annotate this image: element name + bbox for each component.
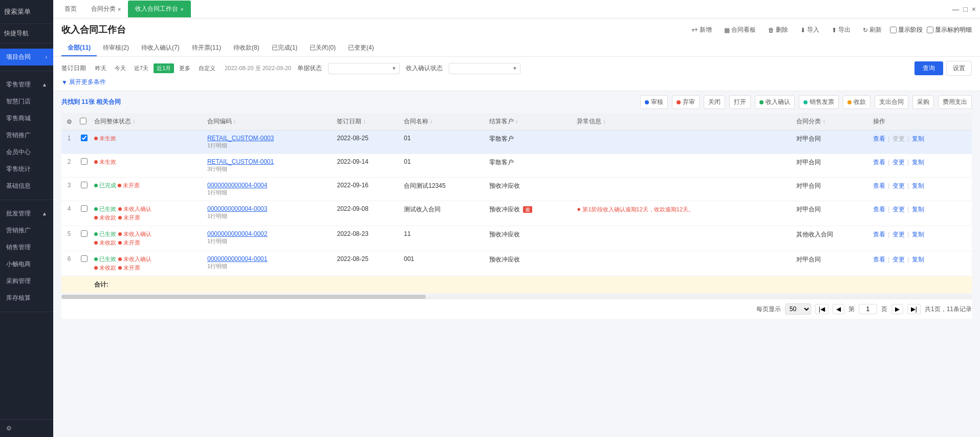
contract-code-link[interactable]: 0000000000004-0004: [207, 182, 267, 189]
sidebar-item-project[interactable]: 项目合同 ›: [0, 49, 53, 65]
view-link[interactable]: 查看: [873, 206, 885, 213]
row-check-cell[interactable]: [77, 251, 91, 276]
import-button[interactable]: ⬇ 导入: [796, 24, 823, 36]
col-check-all[interactable]: [77, 113, 91, 130]
copy-link[interactable]: 复制: [912, 206, 924, 213]
export-button[interactable]: ⬆ 导出: [827, 24, 855, 36]
sidebar-item-wholesale[interactable]: 批发管理 ▲: [0, 205, 53, 222]
copy-link[interactable]: 复制: [912, 231, 924, 238]
income-confirm-button[interactable]: 收入确认: [755, 95, 795, 109]
row-checkbox[interactable]: [81, 158, 88, 165]
tab-income-workbench[interactable]: 收入合同工作台 ×: [128, 1, 190, 17]
expand-conditions-btn[interactable]: ▼ 展开更多条件: [61, 78, 972, 86]
delete-button[interactable]: 🗑 删除: [764, 24, 792, 36]
row-check-cell[interactable]: [77, 201, 91, 226]
row-checkbox[interactable]: [81, 230, 88, 237]
sales-invoice-button[interactable]: 销售发票: [799, 95, 839, 109]
output-contract-button[interactable]: 支出合同: [875, 95, 908, 109]
show-flag-detail-checkbox-label[interactable]: 显示标的明细: [927, 26, 972, 34]
status-tab-pending-income-confirm[interactable]: 待收入确认(7): [135, 40, 186, 56]
row-checkbox[interactable]: [81, 255, 88, 262]
tab-home[interactable]: 首页: [57, 1, 84, 17]
page-number-input[interactable]: [859, 304, 877, 314]
sidebar-item-smart-store[interactable]: 智慧门店: [0, 93, 53, 110]
check-all-checkbox[interactable]: [80, 118, 86, 124]
sidebar-settings[interactable]: ⚙: [0, 419, 53, 437]
copy-link[interactable]: 复制: [912, 135, 924, 142]
view-link[interactable]: 查看: [873, 159, 885, 166]
tabs-close-icon[interactable]: ×: [972, 5, 976, 13]
status-tab-pending-invoice[interactable]: 待开票(11): [186, 40, 227, 56]
prev-page-btn[interactable]: ◀: [833, 304, 844, 314]
show-stage-checkbox-label[interactable]: 显示阶段: [890, 26, 923, 34]
contract-code-link[interactable]: RETAIL_CUSTOM-0003: [207, 135, 274, 142]
status-tab-pending-review[interactable]: 待审核(2): [97, 40, 135, 56]
view-link[interactable]: 查看: [873, 231, 885, 238]
sidebar-item-marketing[interactable]: 营销推广: [0, 127, 53, 144]
status-tab-changed[interactable]: 已变更(4): [342, 40, 380, 56]
per-page-select[interactable]: 50 20 100: [785, 303, 811, 315]
row-checkbox[interactable]: [81, 205, 88, 212]
filter-settings-button[interactable]: 设置: [946, 61, 972, 76]
show-flag-detail-checkbox[interactable]: [927, 27, 933, 33]
new-button[interactable]: + + 新增: [687, 24, 716, 36]
tab-close-income-workbench[interactable]: ×: [180, 6, 183, 12]
change-link[interactable]: 变更: [892, 182, 905, 189]
doc-status-select[interactable]: [328, 63, 400, 74]
date-last7-btn[interactable]: 近7天: [131, 63, 151, 73]
change-link[interactable]: 变更: [892, 135, 905, 142]
sidebar-item-purchase[interactable]: 采购管理: [0, 273, 53, 290]
purchase-button[interactable]: 采购: [912, 95, 934, 109]
row-check-cell[interactable]: [77, 130, 91, 154]
scrollbar-thumb[interactable]: [61, 295, 426, 299]
contract-code-link[interactable]: 0000000000004-0003: [207, 205, 267, 212]
contract-code-link[interactable]: 0000000000004-0001: [207, 255, 267, 263]
row-checkbox[interactable]: [81, 135, 88, 141]
income-confirm-status-select[interactable]: [449, 63, 520, 74]
sidebar-item-basic-info[interactable]: 基础信息: [0, 178, 53, 194]
date-yesterday-btn[interactable]: 昨天: [92, 63, 110, 73]
sidebar-item-member-center[interactable]: 会员中心: [0, 144, 53, 161]
last-page-btn[interactable]: ▶|: [907, 304, 921, 314]
contract-code-link[interactable]: 0000000000004-0002: [207, 230, 267, 237]
audit-button[interactable]: 审核: [640, 95, 668, 109]
row-check-cell[interactable]: [77, 154, 91, 178]
status-tab-pending-payment[interactable]: 待收款(8): [227, 40, 266, 56]
view-link[interactable]: 查看: [873, 256, 885, 263]
horizontal-scrollbar[interactable]: [61, 295, 972, 299]
sidebar-item-sales-mgmt[interactable]: 销售管理: [0, 239, 53, 256]
status-tab-closed[interactable]: 已关闭(0): [303, 40, 342, 56]
col-settings[interactable]: ⚙: [61, 113, 77, 130]
tab-contract-cat[interactable]: 合同分类 ×: [84, 1, 128, 17]
sidebar-item-retail-mgmt[interactable]: 零售管理 ▲: [0, 76, 53, 93]
first-page-btn[interactable]: |◀: [815, 304, 829, 314]
view-link[interactable]: 查看: [873, 182, 885, 189]
sidebar-item-retail-stats[interactable]: 零售统计: [0, 161, 53, 178]
abandon-button[interactable]: 弃审: [672, 95, 700, 109]
tab-close-contract-cat[interactable]: ×: [118, 6, 121, 12]
change-link[interactable]: 变更: [892, 159, 905, 166]
date-last1month-btn[interactable]: 近1月: [154, 63, 174, 73]
refresh-button[interactable]: ↻ 刷新: [859, 24, 886, 36]
tabs-maximize-icon[interactable]: □: [963, 5, 967, 13]
change-link[interactable]: 变更: [892, 206, 905, 213]
sidebar-item-marketing2[interactable]: 营销推广: [0, 222, 53, 239]
sidebar-item-retail-commerce[interactable]: 零售商城: [0, 110, 53, 127]
sidebar-search[interactable]: 搜索菜单: [0, 0, 53, 24]
view-link[interactable]: 查看: [873, 135, 885, 142]
contract-code-link[interactable]: RETAIL_CUSTOM-0001: [207, 158, 274, 165]
status-tab-completed[interactable]: 已完成(1): [266, 40, 304, 56]
show-stage-checkbox[interactable]: [890, 27, 897, 33]
change-link[interactable]: 变更: [892, 231, 905, 238]
copy-link[interactable]: 复制: [912, 159, 924, 166]
date-more-btn[interactable]: 更多: [176, 63, 193, 73]
sidebar-quick-nav[interactable]: 快捷导航: [0, 24, 53, 43]
copy-link[interactable]: 复制: [912, 256, 924, 263]
change-link[interactable]: 变更: [892, 256, 905, 263]
tabs-minimize-icon[interactable]: —: [952, 5, 959, 13]
date-today-btn[interactable]: 今天: [112, 63, 129, 73]
date-custom-btn[interactable]: 自定义: [195, 63, 219, 73]
copy-link[interactable]: 复制: [912, 182, 924, 189]
collection-button[interactable]: 收款: [843, 95, 870, 109]
next-page-btn[interactable]: ▶: [891, 304, 903, 314]
